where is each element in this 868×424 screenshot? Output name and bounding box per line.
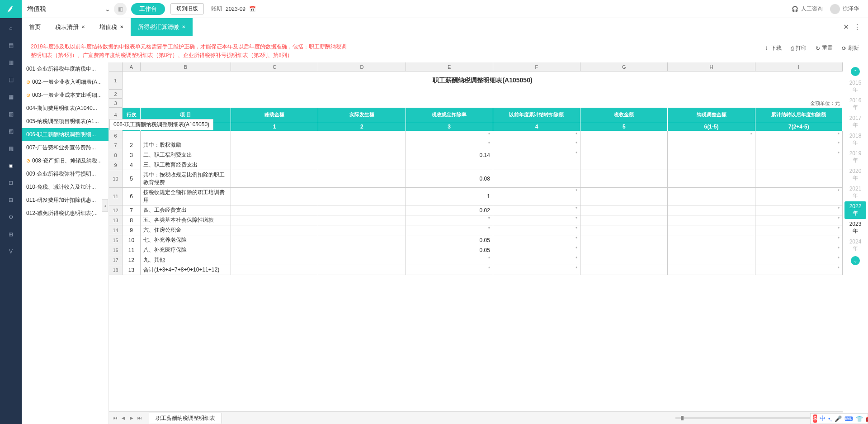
user-menu[interactable]: 徐泽华 bbox=[830, 4, 859, 14]
tab-income-tax[interactable]: 所得税汇算清缴✕ bbox=[131, 18, 193, 19]
avatar-icon bbox=[830, 4, 840, 14]
period-label: 账期 bbox=[211, 5, 222, 13]
old-version-button[interactable]: 切到旧版 bbox=[170, 3, 204, 14]
app-logo bbox=[0, 0, 22, 18]
user-name: 徐泽华 bbox=[843, 5, 859, 13]
tab-vat[interactable]: 增值税✕ bbox=[92, 18, 131, 19]
chevron-down-icon: ⌄ bbox=[105, 5, 110, 13]
tax-type-dropdown[interactable]: 增值税 ⌄ bbox=[27, 5, 110, 13]
feather-icon bbox=[6, 5, 15, 14]
document-icon: ◧ bbox=[118, 6, 123, 12]
period-value[interactable]: 2023-09 bbox=[226, 6, 245, 12]
header-round-button[interactable]: ◧ bbox=[114, 3, 127, 15]
headset-icon: 🎧 bbox=[792, 6, 798, 12]
tab-home[interactable]: 首页 bbox=[22, 18, 48, 19]
calendar-icon[interactable]: 📅 bbox=[249, 6, 256, 12]
tab-tax-list[interactable]: 税表清册✕ bbox=[48, 18, 92, 19]
dropdown-label: 增值税 bbox=[27, 5, 46, 13]
workbench-button[interactable]: 工作台 bbox=[131, 3, 165, 15]
support-link[interactable]: 🎧 人工咨询 bbox=[792, 5, 823, 13]
